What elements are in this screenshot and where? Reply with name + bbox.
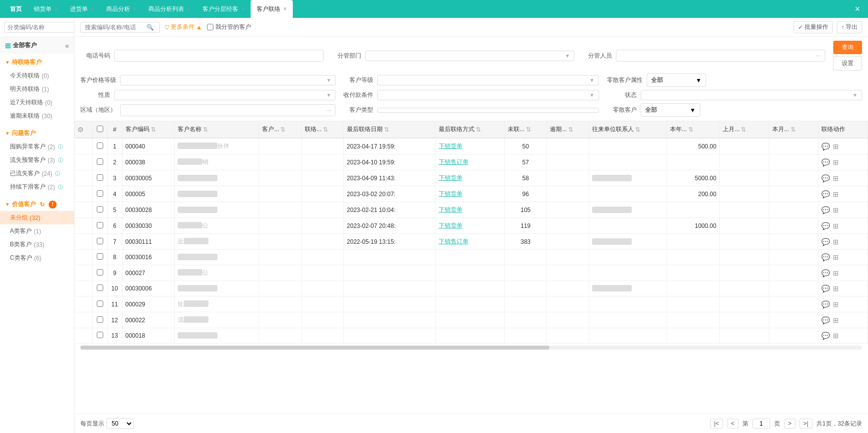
col-type[interactable]: 客户... ⇅	[259, 121, 301, 138]
next-page-button[interactable]: >	[784, 419, 796, 429]
sidebar-item-class-b[interactable]: B类客户(33)	[0, 238, 74, 251]
row-checkbox[interactable]	[97, 332, 103, 338]
nav-close-product-list[interactable]: ×	[187, 5, 191, 12]
horizontal-scrollbar[interactable]	[74, 344, 868, 352]
sidebar-item-churned[interactable]: 已流失客户(24) ⓘ	[0, 167, 74, 180]
contact-action-icon[interactable]: 💬	[821, 222, 830, 230]
nav-home[interactable]: 首页	[4, 0, 28, 18]
more-action-icon[interactable]: ⊞	[833, 206, 839, 214]
col-this-year[interactable]: 本年... ⇅	[667, 121, 720, 138]
sidebar-valuation-header[interactable]: ▼ 价值客户 ↻ !	[0, 198, 74, 211]
last-contact-type-cell[interactable]: 下销货单	[435, 138, 504, 154]
row-checkbox[interactable]	[97, 316, 103, 323]
row-checkbox[interactable]	[97, 222, 103, 228]
last-contact-type-cell[interactable]: 下销售订单	[435, 154, 504, 170]
customer-name-cell[interactable]	[174, 281, 259, 296]
contact-action-icon[interactable]: 💬	[821, 158, 830, 166]
more-action-icon[interactable]: ⊞	[833, 174, 839, 182]
customer-level-select[interactable]: ▼	[377, 75, 599, 85]
retail-attr-select[interactable]: 全部 ▼	[647, 73, 706, 87]
reset-button[interactable]: 设置	[833, 56, 862, 71]
row-checkbox[interactable]	[97, 158, 103, 165]
prev-page-button[interactable]: <	[727, 419, 738, 429]
contact-action-icon[interactable]: 💬	[821, 143, 830, 150]
sidebar-item-class-a[interactable]: A类客户(1)	[0, 224, 74, 238]
col-last-month[interactable]: 上月... ⇅	[720, 121, 769, 138]
sidebar-item-class-c[interactable]: C类客户(6)	[0, 251, 74, 265]
window-close-button[interactable]: ×	[851, 4, 864, 14]
sidebar-item-overdue[interactable]: 逾期未联络(30)	[0, 109, 74, 123]
region-select[interactable]: ···	[120, 104, 335, 116]
sidebar-problem-header[interactable]: ▼ 问题客户	[0, 127, 74, 140]
customer-name-cell[interactable]	[174, 202, 259, 218]
search-icon[interactable]: 🔍	[146, 24, 154, 31]
my-customers-checkbox[interactable]: 我分管的客户	[207, 23, 251, 31]
last-page-button[interactable]: >|	[800, 419, 812, 429]
row-checkbox[interactable]	[97, 174, 103, 181]
contact-action-icon[interactable]: 💬	[821, 253, 830, 261]
first-page-button[interactable]: |<	[710, 419, 723, 429]
sidebar-item-hoarding[interactable]: 囤购异常客户(2) ⓘ	[0, 140, 74, 153]
col-overdue[interactable]: 逾期... ⇅	[547, 121, 589, 138]
more-action-icon[interactable]: ⊞	[833, 316, 839, 324]
customer-name-cell[interactable]	[174, 170, 259, 186]
payment-select[interactable]: ▼	[377, 90, 599, 100]
valuation-refresh-icon[interactable]: ↻	[40, 201, 45, 208]
more-action-icon[interactable]: ⊞	[833, 300, 839, 308]
customer-type-select[interactable]	[377, 108, 599, 113]
customer-name-cell[interactable]: 销	[174, 154, 259, 170]
person-select[interactable]: ···	[616, 50, 825, 62]
person-more-icon[interactable]: ···	[816, 52, 821, 59]
col-this-month[interactable]: 本月... ⇅	[769, 121, 818, 138]
row-checkbox[interactable]	[97, 253, 103, 260]
contact-action-icon[interactable]: 💬	[821, 174, 830, 182]
search-input[interactable]	[85, 24, 144, 31]
more-action-icon[interactable]: ⊞	[833, 158, 839, 166]
customer-name-cell[interactable]: 扯	[174, 296, 259, 312]
last-contact-type-cell[interactable]: 下销售订单	[435, 234, 504, 250]
last-contact-type-cell[interactable]: 下销货单	[435, 202, 504, 218]
contact-action-icon[interactable]: 💬	[821, 238, 830, 246]
nav-product-analysis-list[interactable]: 商品分析列表 ×	[142, 0, 197, 18]
page-number-input[interactable]	[752, 419, 770, 429]
select-all-checkbox[interactable]	[97, 126, 103, 132]
customer-name-cell[interactable]: 流	[174, 312, 259, 328]
sidebar-search-input[interactable]	[4, 22, 74, 33]
my-customers-check[interactable]	[207, 24, 213, 30]
export-button[interactable]: ↑ 导出	[837, 21, 862, 33]
more-action-icon[interactable]: ⊞	[833, 238, 839, 246]
more-conditions-toggle[interactable]: ▽ 更多条件 ▲	[165, 23, 202, 31]
sidebar-item-churn-warning[interactable]: 流失预警客户(3) ⓘ	[0, 153, 74, 167]
contact-action-icon[interactable]: 💬	[821, 316, 830, 324]
nav-close-purchase[interactable]: ×	[91, 5, 94, 12]
row-checkbox[interactable]	[97, 238, 103, 244]
nav-close-product-analysis[interactable]: ×	[133, 5, 136, 12]
table-settings-icon[interactable]: ⚙	[77, 126, 84, 134]
nav-purchase-order[interactable]: 进货单 ×	[64, 0, 100, 18]
row-checkbox[interactable]	[97, 300, 103, 307]
region-more-icon[interactable]: ···	[326, 107, 331, 114]
row-checkbox[interactable]	[97, 206, 103, 213]
retail-customer-select[interactable]: 全部 ▼	[641, 103, 700, 117]
customer-name-cell[interactable]: 近	[174, 234, 259, 250]
status-select[interactable]: ▼	[641, 90, 862, 100]
sidebar-item-declining[interactable]: 持续下滑客户(2) ⓘ	[0, 180, 74, 194]
nav-close-segment[interactable]: ×	[241, 5, 245, 12]
customer-name-cell[interactable]: 公	[174, 218, 259, 234]
contact-action-icon[interactable]: 💬	[821, 269, 830, 277]
nature-select[interactable]: ▼	[114, 90, 335, 100]
contact-action-icon[interactable]: 💬	[821, 190, 830, 198]
contact-action-icon[interactable]: 💬	[821, 285, 830, 292]
per-page-select[interactable]: 50 100 200	[106, 418, 134, 429]
col-not-contacted[interactable]: 未联... ⇅	[504, 121, 546, 138]
sidebar-all-customers[interactable]: ⊞ 全部客户 «	[0, 37, 74, 54]
more-action-icon[interactable]: ⊞	[833, 285, 839, 292]
nav-product-analysis[interactable]: 商品分析 ×	[100, 0, 142, 18]
sidebar-item-today[interactable]: 今天待联络(0)	[0, 69, 74, 82]
col-contact[interactable]: 联络... ⇅	[301, 121, 343, 138]
sidebar-item-tomorrow[interactable]: 明天待联络(1)	[0, 82, 74, 96]
last-contact-type-cell[interactable]: 下销货单	[435, 186, 504, 202]
row-checkbox[interactable]	[97, 269, 103, 276]
row-checkbox[interactable]	[97, 285, 103, 291]
more-action-icon[interactable]: ⊞	[833, 222, 839, 230]
